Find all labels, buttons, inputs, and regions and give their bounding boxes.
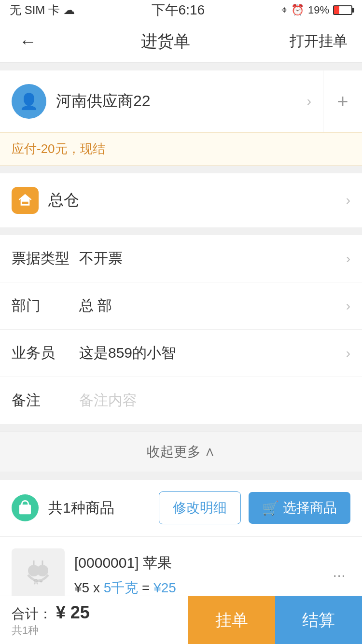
warehouse-label: 总仓 [48,190,346,211]
invoice-type-key: 票据类型 [12,249,79,268]
form-group: 票据类型 不开票 › 部门 总 部 › 业务员 这是859的小智 › 备注 备注… [0,235,362,424]
collapse-button[interactable]: 收起更多 ∧ [0,432,362,472]
total-row: 合计： ¥ 25 [12,602,177,623]
avatar-icon: 👤 [19,92,39,111]
salesperson-row[interactable]: 业务员 这是859的小智 › [0,330,362,377]
department-value: 总 部 [79,296,346,316]
add-supplier-button[interactable]: + [323,70,362,132]
total-price: ¥25 [153,580,176,595]
supplier-name: 河南供应商22 [56,91,307,112]
products-count: 共1种商品 [48,498,159,518]
open-hang-button[interactable]: 打开挂单 [290,31,348,51]
unit-price: ¥5 x [74,580,104,595]
products-icon [12,494,39,521]
equals-sign: = [142,580,153,595]
product-code: [0000001] [74,555,143,571]
svg-text:鲁+: 鲁+ [33,578,42,585]
battery-icon [333,5,352,15]
total-amount: ¥ 25 [56,602,90,622]
bag-svg [17,500,33,516]
department-row[interactable]: 部门 总 部 › [0,282,362,330]
invoice-type-row[interactable]: 票据类型 不开票 › [0,235,362,282]
back-button[interactable]: ← [14,27,42,56]
nav-bar: ← 进货单 打开挂单 [0,20,362,63]
total-section: 合计： ¥ 25 共1种 [0,596,188,644]
warehouse-icon [12,187,39,214]
salesperson-key: 业务员 [12,343,79,363]
product-name: [0000001] 苹果 [74,553,328,573]
product-thumb-svg: 鲁+ [24,560,53,589]
total-count: 共1种 [12,623,177,638]
bottom-bar: 合计： ¥ 25 共1种 挂单 结算 [0,596,362,644]
checkout-button[interactable]: 结算 [275,596,362,644]
product-price: ¥5 x 5千克 = ¥25 [74,579,328,597]
hang-button[interactable]: 挂单 [188,596,275,644]
supplier-selector[interactable]: 👤 河南供应商22 › [0,70,323,132]
product-title: 苹果 [143,555,172,571]
supplier-section: 👤 河南供应商22 › + [0,70,362,132]
warehouse-selector[interactable]: 总仓 › [0,173,362,227]
product-info: [0000001] 苹果 ¥5 x 5千克 = ¥25 [74,553,328,597]
invoice-type-value: 不开票 [79,249,346,268]
select-product-icon: 🛒 [262,500,279,516]
salesperson-chevron-icon: › [346,346,350,361]
remark-row[interactable]: 备注 备注内容 [0,377,362,424]
total-label: 合计： [12,606,52,621]
products-header: 共1种商品 修改明细 🛒 选择商品 [0,480,362,536]
warning-text: 应付-20元，现结 [12,141,105,156]
status-left: 无 SIM 卡 ☁ [10,2,75,18]
edit-detail-button[interactable]: 修改明细 [159,491,241,524]
status-time: 下午6:16 [152,1,205,19]
content-area: 👤 河南供应商22 › + 应付-20元，现结 总仓 › 票据类型 不开票 › … [0,70,362,644]
status-right: ⌖ ⏰ 19% [281,4,352,16]
remark-value[interactable]: 备注内容 [79,391,350,410]
invoice-type-chevron-icon: › [346,251,350,266]
svg-point-1 [37,565,48,576]
warehouse-chevron-icon: › [346,193,350,208]
product-more-button[interactable]: ··· [328,561,350,589]
salesperson-value: 这是859的小智 [79,343,346,363]
remark-key: 备注 [12,391,79,410]
house-svg [17,193,33,208]
chevron-right-icon: › [307,94,311,109]
select-product-label: 选择商品 [283,499,337,517]
product-thumbnail: 鲁+ [12,548,65,602]
sim-status: 无 SIM 卡 ☁ [10,2,75,18]
location-icon: ⌖ [281,4,287,16]
select-product-button[interactable]: 🛒 选择商品 [249,492,350,524]
status-bar: 无 SIM 卡 ☁ 下午6:16 ⌖ ⏰ 19% [0,0,362,20]
battery-percent: 19% [308,4,329,16]
department-chevron-icon: › [346,298,350,314]
warning-banner: 应付-20元，现结 [0,132,362,166]
page-title: 进货单 [141,30,190,53]
quantity: 5千克 [104,580,139,595]
department-key: 部门 [12,296,79,316]
supplier-avatar: 👤 [12,84,46,119]
alarm-icon: ⏰ [291,4,304,16]
